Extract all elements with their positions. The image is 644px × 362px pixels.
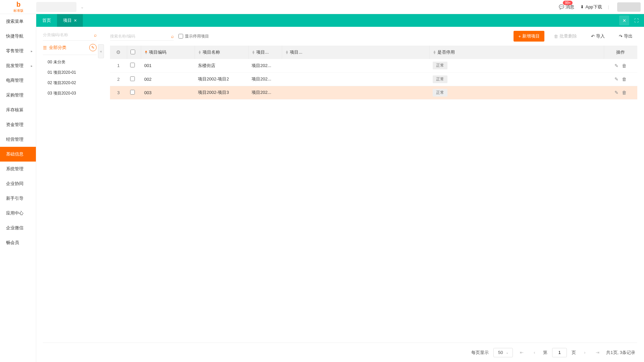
column-disabled[interactable]: ▲▼是否停用 (429, 46, 604, 59)
edit-icon[interactable]: ✎ (614, 90, 619, 95)
sidebar-item-13[interactable]: 应用中心 (0, 206, 36, 221)
column-4[interactable]: ▲▼项目... (282, 46, 429, 59)
row-checkbox[interactable] (130, 63, 135, 67)
edit-icon[interactable]: ✎ (614, 63, 619, 68)
sidebar-item-7[interactable]: 资金管理 (0, 117, 36, 132)
column-code[interactable]: ▲▼项目编码 (141, 46, 195, 59)
cell-ops: ✎🗑 (604, 59, 637, 72)
row-checkbox-cell (127, 86, 141, 99)
edit-category-icon[interactable]: ✎ (89, 44, 97, 51)
messages-badge: 99+ (563, 1, 573, 5)
cell-code: 001 (141, 59, 195, 72)
column-3[interactable]: ▲▼项目... (248, 46, 282, 59)
chevron-right-icon: ▸ (31, 64, 33, 68)
search-icon[interactable]: ⌕ (171, 34, 174, 39)
first-page-button[interactable]: ⇤ (518, 349, 526, 357)
row-checkbox[interactable] (130, 76, 135, 81)
tab-home[interactable]: 首页 (36, 14, 57, 27)
search-icon[interactable]: ⌕ (94, 32, 97, 38)
row-checkbox[interactable] (130, 90, 135, 95)
sidebar-item-8[interactable]: 经营管理 (0, 132, 36, 147)
sidebar-item-11[interactable]: 企业协同 (0, 176, 36, 191)
fullscreen-button[interactable]: ⛶ (631, 15, 641, 25)
category-search-input[interactable] (43, 33, 94, 37)
sidebar-item-9[interactable]: 基础信息 (0, 147, 36, 162)
table-row[interactable]: 2002项目2002-项目2项目202...正常✎🗑 (110, 72, 637, 86)
messages-button[interactable]: 💬 消息 99+ (559, 4, 574, 10)
sort-icon: ▲▼ (198, 50, 202, 54)
delete-icon[interactable]: 🗑 (622, 63, 627, 68)
cell-name: 东楼街店 (195, 59, 248, 72)
category-item-0[interactable]: 00 未分类 (43, 57, 97, 67)
add-project-button[interactable]: + 新增项目 (514, 31, 544, 42)
pagination-summary: 共1页, 3条记录 (606, 350, 635, 356)
sidebar-item-label: 资金管理 (6, 122, 23, 128)
column-3-label: 项目... (256, 49, 269, 55)
sidebar-item-label: 采购管理 (6, 92, 23, 98)
sidebar-item-0[interactable]: 搜索菜单 (0, 14, 36, 29)
show-disabled-input[interactable] (178, 34, 183, 39)
toolbar: ⌕ 显示停用项目 + 新增项目 🗑 批量删除 ↶ 导入 (110, 31, 637, 46)
tab-project[interactable]: 项目 ✕ (57, 14, 83, 27)
export-button[interactable]: ↷ 导出 (614, 31, 637, 42)
sidebar-item-14[interactable]: 企业微信 (0, 221, 36, 235)
import-button[interactable]: ↶ 导入 (586, 31, 609, 42)
next-page-button[interactable]: › (581, 349, 589, 357)
sidebar-item-12[interactable]: 新手引导 (0, 191, 36, 206)
header-actions: 💬 消息 99+ ⬇ App下载 | (559, 2, 641, 12)
per-page-select[interactable]: 50 ⌄ (493, 348, 513, 357)
table-search: ⌕ (110, 32, 174, 41)
per-page-value: 50 (498, 350, 503, 355)
app-download-button[interactable]: ⬇ App下载 (580, 4, 602, 10)
sidebar-item-label: 新手引导 (6, 195, 23, 201)
column-settings[interactable]: ⚙ (110, 46, 127, 59)
per-page-label: 每页显示 (471, 350, 489, 356)
sidebar-item-label: 电商管理 (6, 77, 23, 83)
sort-icon: ▲▼ (252, 50, 255, 54)
category-item-1[interactable]: 01 项目2020-01 (43, 67, 97, 78)
show-disabled-checkbox[interactable]: 显示停用项目 (178, 34, 209, 39)
row-index: 3 (110, 86, 127, 99)
delete-icon[interactable]: 🗑 (622, 90, 627, 95)
column-ops-label: 操作 (616, 50, 625, 55)
caret-down-icon[interactable]: ⌄ (80, 5, 84, 9)
tab-project-label: 项目 (63, 17, 72, 23)
sidebar-item-6[interactable]: 库存核算 (0, 103, 36, 117)
table-row[interactable]: 3003项目2002-项目3项目202...正常✎🗑 (110, 86, 637, 99)
cell-status: 正常 (429, 59, 604, 72)
category-all[interactable]: ☰ 全部分类 ✎ (43, 41, 97, 55)
collapse-handle[interactable]: « (98, 44, 104, 58)
sidebar-item-label: 库存核算 (6, 107, 23, 113)
org-selector[interactable] (36, 2, 76, 12)
sidebar-item-2[interactable]: 零售管理▸ (0, 44, 36, 58)
table-row[interactable]: 1001东楼街店项目202...正常✎🗑 (110, 59, 637, 72)
row-index: 1 (110, 59, 127, 72)
sidebar-item-5[interactable]: 采购管理 (0, 88, 36, 103)
table-search-input[interactable] (110, 34, 171, 39)
tab-bar: 首页 项目 ✕ ✕ ⛶ (36, 14, 644, 27)
cell-4 (282, 59, 429, 72)
edit-icon[interactable]: ✎ (614, 76, 619, 82)
category-item-2[interactable]: 02 项目2020-02 (43, 78, 97, 88)
close-icon[interactable]: ✕ (74, 18, 77, 23)
sidebar-item-10[interactable]: 系统管理 (0, 162, 36, 176)
category-list: 00 未分类01 项目2020-0102 项目2020-0203 项目2020-… (43, 55, 97, 99)
page-input[interactable] (552, 348, 567, 357)
column-name[interactable]: ▲▼项目名称 (195, 46, 248, 59)
delete-icon[interactable]: 🗑 (622, 76, 627, 82)
cell-ops: ✎🗑 (604, 86, 637, 99)
sidebar-item-4[interactable]: 电商管理 (0, 73, 36, 88)
column-disabled-label: 是否停用 (437, 49, 455, 55)
close-all-tabs-button[interactable]: ✕ (619, 15, 629, 25)
export-label: 导出 (624, 33, 633, 39)
sidebar-item-1[interactable]: 快捷导航 (0, 29, 36, 44)
sidebar-item-3[interactable]: 批发管理▸ (0, 58, 36, 73)
category-item-3[interactable]: 03 项目2020-03 (43, 88, 97, 99)
user-avatar[interactable] (617, 2, 641, 12)
select-all-checkbox[interactable] (130, 50, 135, 54)
import-icon: ↶ (591, 34, 595, 39)
prev-page-button[interactable]: ‹ (530, 349, 538, 357)
batch-delete-label: 批量删除 (559, 33, 577, 39)
last-page-button[interactable]: ⇥ (593, 349, 601, 357)
sidebar-item-15[interactable]: 畅会员 (0, 235, 36, 250)
